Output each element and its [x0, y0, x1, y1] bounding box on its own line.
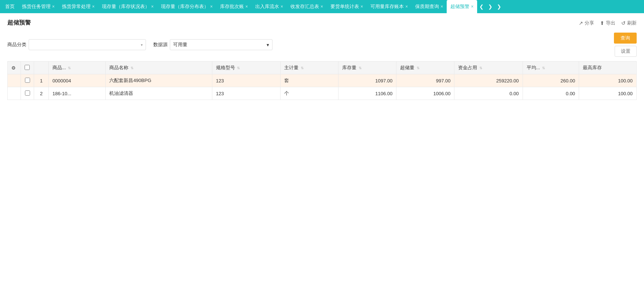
page-header: 超储预警 ↗ 分享 ⬆ 导出 ↺ 刷新 [7, 19, 637, 27]
nav-item-pick-exception[interactable]: 拣货异常处理 × [58, 0, 98, 13]
table-row: 2 186-10... 机油滤清器 123 个 1106.00 [8, 87, 637, 100]
sort-spec-icon: ⇅ [237, 66, 240, 70]
td-settings-1 [8, 74, 21, 87]
nav-item-summary[interactable]: 收发存汇总表 × [287, 0, 327, 13]
td-max-stock-2: 100.00 [579, 87, 637, 100]
td-overstock-1: 997.00 [396, 74, 454, 87]
sort-avg-icon: ⇅ [542, 66, 545, 70]
nav-close-stock-dist[interactable]: × [210, 4, 213, 9]
th-capital[interactable]: 资金占用 ⇅ [454, 62, 523, 74]
nav-close-summary[interactable]: × [321, 4, 323, 9]
product-category-value [32, 42, 33, 48]
datasource-label: 数据源 [153, 41, 168, 48]
product-category-arrow-icon: ▾ [141, 43, 143, 47]
th-max-stock: 最高库存 [579, 62, 637, 74]
nav-item-batch[interactable]: 库存批次账 × [216, 0, 252, 13]
nav-close-pick-task[interactable]: × [52, 4, 55, 9]
nav-close-order-stats[interactable]: × [361, 4, 363, 9]
td-product-name-2: 机油滤清器 [106, 87, 212, 100]
td-overstock-2: 1006.00 [396, 87, 454, 100]
nav-close-batch[interactable]: × [245, 4, 248, 9]
nav-item-inout[interactable]: 出入库流水 × [252, 0, 287, 13]
nav-item-stock-status[interactable]: 现存量（库存状况表） × [98, 0, 157, 13]
sort-stock-icon: ⇅ [359, 66, 362, 70]
td-avg-2: 0.00 [523, 87, 579, 100]
nav-item-overstock[interactable]: 超储预警 × [447, 0, 477, 13]
datasource-value: 可用量 [173, 41, 187, 48]
td-product-code-1: 0000004 [49, 74, 106, 87]
row-2-checkbox[interactable] [25, 90, 30, 96]
sort-product-code-icon: ⇅ [68, 66, 71, 70]
sort-capital-icon: ⇅ [479, 66, 482, 70]
td-settings-2 [8, 87, 21, 100]
nav-item-expiry[interactable]: 保质期查询 × [411, 0, 447, 13]
td-product-code-2: 186-10... [49, 87, 106, 100]
datasource-arrow-icon: ▾ [267, 42, 269, 48]
nav-item-pick-task[interactable]: 拣货任务管理 × [18, 0, 58, 13]
share-button[interactable]: ↗ 分享 [579, 20, 594, 26]
th-avg[interactable]: 平均... ⇅ [523, 62, 579, 74]
nav-close-available[interactable]: × [405, 4, 408, 9]
td-stock-2: 1106.00 [339, 87, 396, 100]
nav-item-stock-dist[interactable]: 现存量（库存分布表） × [157, 0, 216, 13]
nav-prev-arrow[interactable]: ❮ [477, 0, 486, 13]
select-all-checkbox[interactable] [25, 65, 30, 70]
th-settings[interactable]: ⚙ [8, 62, 21, 74]
sort-unit-icon: ⇅ [301, 66, 304, 70]
datasource-filter: 数据源 可用量 ▾ [153, 39, 272, 50]
sort-overstock-icon: ⇅ [417, 66, 420, 70]
th-spec[interactable]: 规格型号 ⇅ [212, 62, 280, 74]
nav-close-inout[interactable]: × [281, 4, 283, 9]
refresh-button[interactable]: ↺ 刷新 [621, 20, 637, 26]
td-unit-1: 套 [280, 74, 338, 87]
gear-icon: ⚙ [11, 65, 16, 71]
td-index-1: 1 [34, 74, 49, 87]
page-title: 超储预警 [7, 19, 31, 27]
td-avg-1: 260.00 [523, 74, 579, 87]
td-capital-1: 259220.00 [454, 74, 523, 87]
th-stock[interactable]: 库存量 ⇅ [339, 62, 396, 74]
table-row: 1 0000004 六配套新昌490BPG 123 套 1097.00 [8, 74, 637, 87]
nav-close-pick-exception[interactable]: × [92, 4, 95, 9]
nav-next-arrow[interactable]: ❯ [486, 0, 495, 13]
export-icon: ⬆ [600, 20, 604, 26]
td-product-name-1: 六配套新昌490BPG [106, 74, 212, 87]
top-navigation: 首页 拣货任务管理 × 拣货异常处理 × 现存量（库存状况表） × 现存量（库存… [0, 0, 644, 13]
datasource-select[interactable]: 可用量 ▾ [170, 39, 272, 50]
td-checkbox-1[interactable] [21, 74, 34, 87]
query-button[interactable]: 查询 [614, 33, 637, 44]
th-product-code[interactable]: 商品... ⇅ [49, 62, 106, 74]
data-table: ⚙ 商品... ⇅ 商品名称 ⇅ 规格型号 ⇅ [7, 61, 637, 100]
refresh-icon: ↺ [621, 20, 626, 26]
th-index [34, 62, 49, 74]
page-content: 超储预警 ↗ 分享 ⬆ 导出 ↺ 刷新 商品分类 ▾ 数据源 [0, 13, 644, 293]
nav-close-stock-status[interactable]: × [151, 4, 154, 9]
settings-button[interactable]: 设置 [615, 46, 637, 57]
product-category-label: 商品分类 [7, 41, 26, 48]
nav-item-order-stats[interactable]: 要货单统计表 × [327, 0, 367, 13]
th-product-name[interactable]: 商品名称 ⇅ [106, 62, 212, 74]
th-checkbox[interactable] [21, 62, 34, 74]
export-button[interactable]: ⬆ 导出 [600, 20, 615, 26]
header-actions: ↗ 分享 ⬆ 导出 ↺ 刷新 [579, 20, 637, 26]
td-spec-2: 123 [212, 87, 280, 100]
nav-more-arrow[interactable]: ❯ [495, 0, 504, 13]
td-max-stock-1: 100.00 [579, 74, 637, 87]
td-capital-2: 0.00 [454, 87, 523, 100]
nav-item-home[interactable]: 首页 [1, 0, 18, 13]
table-header-row: ⚙ 商品... ⇅ 商品名称 ⇅ 规格型号 ⇅ [8, 62, 637, 74]
td-unit-2: 个 [280, 87, 338, 100]
td-stock-1: 1097.00 [339, 74, 396, 87]
td-spec-1: 123 [212, 74, 280, 87]
nav-close-expiry[interactable]: × [440, 4, 443, 9]
td-checkbox-2[interactable] [21, 87, 34, 100]
sort-product-name-icon: ⇅ [131, 66, 133, 70]
nav-close-overstock[interactable]: × [471, 4, 473, 9]
th-overstock[interactable]: 超储量 ⇅ [396, 62, 454, 74]
row-1-checkbox[interactable] [25, 78, 30, 83]
product-category-select[interactable]: ▾ [29, 39, 146, 50]
th-unit[interactable]: 主计量 ⇅ [280, 62, 338, 74]
share-icon: ↗ [579, 20, 583, 26]
nav-item-available[interactable]: 可用量库存账本 × [367, 0, 411, 13]
td-index-2: 2 [34, 87, 49, 100]
